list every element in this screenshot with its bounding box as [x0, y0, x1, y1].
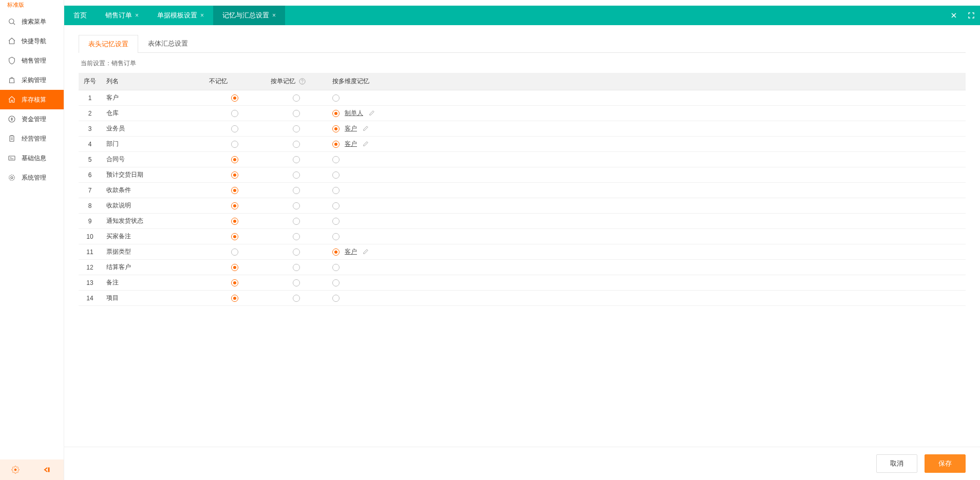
radio-by-multi[interactable]: [332, 156, 340, 163]
radio-by-bill[interactable]: [293, 141, 300, 148]
multi-dimension-link[interactable]: 客户: [345, 247, 357, 256]
radio-by-bill[interactable]: [293, 125, 300, 132]
help-icon[interactable]: [299, 78, 306, 85]
save-button[interactable]: 保存: [925, 454, 966, 473]
sidebar-item-2[interactable]: 销售管理: [0, 51, 64, 70]
radio-by-bill[interactable]: [293, 110, 300, 117]
bag-icon: [7, 75, 16, 85]
sidebar-item-7[interactable]: 基础信息: [0, 148, 64, 168]
sidebar-item-5[interactable]: 资金管理: [0, 109, 64, 129]
cell-name: 收款条件: [101, 183, 204, 198]
tabbar: 首页销售订单×单据模板设置×记忆与汇总设置×: [64, 6, 980, 25]
sidebar-item-label: 经营管理: [22, 135, 46, 143]
table-row: 7收款条件: [79, 183, 966, 198]
cancel-button[interactable]: 取消: [876, 454, 917, 473]
close-all-tabs-icon[interactable]: [945, 12, 963, 19]
radio-by-multi[interactable]: [332, 141, 340, 148]
radio-by-bill[interactable]: [293, 171, 300, 179]
sidebar-item-4[interactable]: 库存核算: [0, 90, 64, 109]
radio-by-multi[interactable]: [332, 94, 340, 102]
multi-dimension-link[interactable]: 制单人: [345, 109, 363, 118]
tab-0[interactable]: 首页: [64, 6, 96, 25]
radio-by-multi[interactable]: [332, 248, 340, 256]
sidebar-item-3[interactable]: 采购管理: [0, 70, 64, 90]
inner-tab-0[interactable]: 表头记忆设置: [79, 35, 138, 53]
cell-seq: 4: [79, 137, 101, 152]
tab-close-icon[interactable]: ×: [272, 12, 276, 19]
radio-no-memory[interactable]: [231, 233, 238, 240]
th-seq: 序号: [79, 73, 101, 90]
cell-name: 项目: [101, 291, 204, 306]
tab-1[interactable]: 销售订单×: [96, 6, 148, 25]
sidebar-item-0[interactable]: 搜索菜单: [0, 12, 64, 31]
sidebar-item-label: 快捷导航: [22, 37, 46, 46]
radio-by-bill[interactable]: [293, 202, 300, 209]
radio-by-multi[interactable]: [332, 295, 340, 302]
radio-by-multi[interactable]: [332, 171, 340, 179]
sidebar-item-1[interactable]: 快捷导航: [0, 31, 64, 51]
radio-no-memory[interactable]: [231, 248, 238, 256]
radio-no-memory[interactable]: [231, 279, 238, 286]
badge-icon: [7, 56, 16, 65]
radio-no-memory[interactable]: [231, 94, 238, 102]
collapse-sidebar-icon[interactable]: [31, 467, 64, 473]
table-row: 11票据类型客户: [79, 244, 966, 260]
radio-by-multi[interactable]: [332, 202, 340, 209]
radio-no-memory[interactable]: [231, 264, 238, 271]
sidebar-item-6[interactable]: 经营管理: [0, 129, 64, 148]
tab-3[interactable]: 记忆与汇总设置×: [213, 6, 285, 25]
radio-by-multi[interactable]: [332, 125, 340, 132]
multi-dimension-link[interactable]: 客户: [345, 124, 357, 133]
th-by-bill: 按单记忆: [266, 73, 327, 90]
coin-icon: [7, 114, 16, 124]
radio-no-memory[interactable]: [231, 171, 238, 179]
edit-icon[interactable]: [362, 141, 369, 147]
radio-by-multi[interactable]: [332, 187, 340, 194]
radio-by-bill[interactable]: [293, 94, 300, 102]
tab-label: 首页: [73, 11, 87, 20]
edition-label: 标准版: [0, 0, 64, 12]
fullscreen-icon[interactable]: [963, 12, 980, 19]
radio-by-multi[interactable]: [332, 233, 340, 240]
radio-by-multi[interactable]: [332, 218, 340, 225]
cell-seq: 2: [79, 106, 101, 121]
radio-no-memory[interactable]: [231, 110, 238, 117]
radio-by-bill[interactable]: [293, 264, 300, 271]
inner-tab-1[interactable]: 表体汇总设置: [138, 34, 198, 52]
sidebar: 标准版 搜索菜单快捷导航销售管理采购管理库存核算资金管理经营管理基础信息系统管理: [0, 0, 64, 480]
radio-no-memory[interactable]: [231, 202, 238, 209]
edit-icon[interactable]: [362, 125, 369, 132]
table-row: 14项目: [79, 291, 966, 306]
radio-by-bill[interactable]: [293, 233, 300, 240]
cell-seq: 9: [79, 214, 101, 229]
sidebar-item-label: 资金管理: [22, 115, 46, 124]
edit-icon[interactable]: [362, 248, 369, 255]
radio-by-bill[interactable]: [293, 279, 300, 286]
radio-no-memory[interactable]: [231, 187, 238, 194]
radio-by-multi[interactable]: [332, 264, 340, 271]
cell-name: 业务员: [101, 121, 204, 137]
radio-no-memory[interactable]: [231, 218, 238, 225]
radio-by-bill[interactable]: [293, 156, 300, 163]
svg-point-6: [14, 469, 16, 471]
tab-close-icon[interactable]: ×: [135, 12, 139, 19]
multi-dimension-link[interactable]: 客户: [345, 140, 357, 148]
radio-by-bill[interactable]: [293, 218, 300, 225]
radio-by-bill[interactable]: [293, 187, 300, 194]
settings-icon[interactable]: [0, 466, 31, 474]
tab-close-icon[interactable]: ×: [200, 12, 204, 19]
cell-seq: 12: [79, 260, 101, 275]
radio-no-memory[interactable]: [231, 295, 238, 302]
radio-by-bill[interactable]: [293, 248, 300, 256]
radio-no-memory[interactable]: [231, 156, 238, 163]
radio-by-bill[interactable]: [293, 295, 300, 302]
cell-name: 客户: [101, 90, 204, 106]
sidebar-item-8[interactable]: 系统管理: [0, 168, 64, 187]
radio-by-multi[interactable]: [332, 279, 340, 286]
radio-by-multi[interactable]: [332, 110, 340, 117]
tab-2[interactable]: 单据模板设置×: [148, 6, 213, 25]
table-row: 1客户: [79, 90, 966, 106]
radio-no-memory[interactable]: [231, 141, 238, 148]
edit-icon[interactable]: [368, 110, 375, 117]
radio-no-memory[interactable]: [231, 125, 238, 132]
